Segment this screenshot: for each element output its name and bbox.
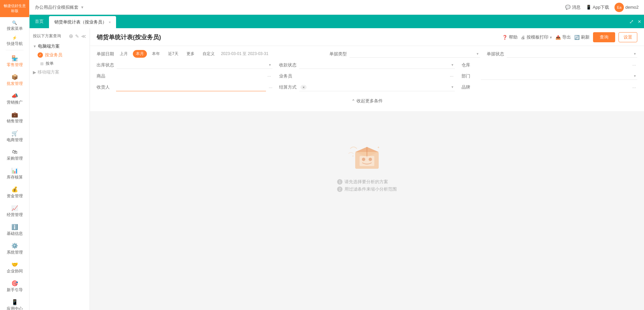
sidebar-item-purchase[interactable]: 🛍 采购管理 bbox=[0, 146, 29, 164]
sidebar-item-label-system: 系统管理 bbox=[7, 250, 23, 255]
active-node-dot: ✓ bbox=[38, 52, 43, 58]
hint-num-1: 1 bbox=[337, 179, 342, 185]
sidebar-quick-nav[interactable]: ⚡ 快捷导航 bbox=[7, 34, 23, 49]
left-panel-header: 按以下方案查询 ⊕ ✎ ≪ bbox=[30, 31, 90, 42]
salesperson-select[interactable]: ··· bbox=[299, 72, 455, 80]
date-label: 单据日期 bbox=[97, 51, 114, 57]
date-btn-custom[interactable]: 自定义 bbox=[200, 50, 218, 58]
tab-close-icon[interactable]: × bbox=[109, 20, 111, 24]
left-panel-title: 按以下方案查询 bbox=[33, 33, 61, 39]
tree-mobile-group[interactable]: ▶ 移动端方案 bbox=[30, 68, 90, 76]
salesperson-dots-icon: ··· bbox=[450, 73, 453, 79]
collapse-btn[interactable]: ⌃ 收起更多条件 bbox=[345, 96, 389, 106]
filter-dept: 部门 ▾ bbox=[462, 72, 637, 80]
settings-button[interactable]: 设置 bbox=[619, 32, 637, 42]
date-btn-last-month[interactable]: 上月 bbox=[117, 50, 131, 58]
user-name: demo2 bbox=[625, 5, 639, 10]
logo-text: 畅捷信好生意 bbox=[3, 3, 26, 8]
sidebar-item-inventory[interactable]: 📊 库存核算 bbox=[0, 164, 29, 183]
tree-active-node[interactable]: ✓ 按业务员 bbox=[30, 51, 90, 59]
dropdown-arrow-icon[interactable]: ▾ bbox=[81, 5, 84, 10]
date-btn-7days[interactable]: 近7天 bbox=[165, 50, 181, 58]
filter-date: 单据日期 上月 本月 本年 近7天 更多 自定义 2023-03-01 至 20… bbox=[97, 50, 323, 58]
filter-area: 单据日期 上月 本月 本年 近7天 更多 自定义 2023-03-01 至 20… bbox=[90, 46, 644, 112]
account-selector[interactable]: 办公用品行业模拟账套 bbox=[35, 4, 78, 10]
settlement-tag[interactable]: × bbox=[301, 85, 307, 90]
dept-select[interactable]: ▾ bbox=[481, 72, 637, 80]
inventory-icon: 📊 bbox=[11, 167, 18, 174]
sidebar-item-ecommerce[interactable]: 🛒 电商管理 bbox=[0, 127, 29, 146]
goods-select[interactable]: ··· bbox=[116, 72, 272, 80]
sidebar-item-enterprise[interactable]: 🤝 企业协同 bbox=[0, 258, 29, 277]
sidebar-item-sales[interactable]: 💼 销售管理 bbox=[0, 108, 29, 127]
filter-goods: 商品 ··· bbox=[97, 72, 272, 80]
sidebar-item-apps[interactable]: 📱 应用中心 bbox=[0, 296, 29, 310]
consignee-label: 收货人 bbox=[97, 84, 113, 90]
tree-mobile-arrow-icon: ▶ bbox=[33, 70, 36, 75]
brand-select[interactable]: ··· bbox=[481, 84, 637, 91]
sidebar-item-operations[interactable]: 📈 经营管理 bbox=[0, 202, 29, 220]
date-btn-more[interactable]: 更多 bbox=[183, 50, 198, 58]
date-btn-this-year[interactable]: 本年 bbox=[149, 50, 163, 58]
dept-label: 部门 bbox=[462, 73, 478, 79]
filter-brand: 品牌 ··· bbox=[462, 84, 637, 91]
filter-warehouse: 仓库 ··· bbox=[462, 61, 637, 69]
sidebar-item-system[interactable]: ⚙️ 系统管理 bbox=[0, 239, 29, 258]
filter-doc-type: 单据类型 ▾ bbox=[329, 50, 480, 58]
collapse-panel-icon[interactable]: ≪ bbox=[81, 34, 86, 39]
tab-home[interactable]: 首页 bbox=[30, 15, 49, 28]
sidebar-item-label-marketing: 营销推广 bbox=[7, 100, 23, 105]
edit-scheme-icon[interactable]: ✎ bbox=[75, 34, 79, 39]
query-button[interactable]: 查询 bbox=[593, 32, 615, 42]
ecommerce-icon: 🛒 bbox=[11, 130, 18, 137]
dept-arrow-icon: ▾ bbox=[634, 74, 636, 78]
active-node-label: 按业务员 bbox=[45, 52, 62, 58]
topbar-right: 💬 消息 📱 App下载 Ea demo2 bbox=[565, 3, 639, 12]
collapse-label: 收起更多条件 bbox=[357, 98, 383, 104]
sidebar-item-finance[interactable]: 💰 资金管理 bbox=[0, 183, 29, 202]
user-profile[interactable]: Ea demo2 bbox=[614, 3, 639, 12]
sidebar: 畅捷信好生意 标版 🔍 搜索菜单 ⚡ 快捷导航 🏪 零售管理 📦 批发管理 📣 … bbox=[0, 0, 30, 310]
tab-maximize-icon[interactable]: ⤢ bbox=[629, 18, 634, 25]
help-btn[interactable]: ❓ 帮助 bbox=[502, 34, 518, 40]
sidebar-item-retail[interactable]: 🏪 零售管理 bbox=[0, 52, 29, 70]
refresh-btn[interactable]: 🔄 刷新 bbox=[574, 34, 590, 40]
out-status-label: 出库状态 bbox=[97, 62, 114, 68]
warehouse-select[interactable]: ··· bbox=[481, 61, 637, 69]
date-btn-this-month[interactable]: 本月 bbox=[133, 50, 147, 58]
doc-type-select[interactable]: ▾ bbox=[350, 50, 480, 58]
tree-arrow-down-icon: ▼ bbox=[33, 44, 37, 48]
sidebar-item-basic[interactable]: ℹ️ 基础信息 bbox=[0, 220, 29, 239]
sidebar-item-newbie[interactable]: 🎯 新手引导 bbox=[0, 277, 29, 296]
consignee-input[interactable] bbox=[116, 83, 266, 91]
settlement-select[interactable]: × ▾ bbox=[299, 84, 455, 91]
main-area: 办公用品行业模拟账套 ▾ 💬 消息 📱 App下载 Ea demo2 首页 销货… bbox=[30, 0, 644, 310]
out-status-select[interactable]: ▾ bbox=[117, 61, 272, 69]
add-scheme-icon[interactable]: ⊕ bbox=[69, 33, 73, 39]
sidebar-item-wholesale[interactable]: 📦 批发管理 bbox=[0, 70, 29, 89]
empty-hints: 1 请先选择要分析的方案 2 用过滤条件来缩小分析范围 bbox=[337, 177, 397, 194]
goods-label: 商品 bbox=[97, 73, 113, 79]
app-logo[interactable]: 畅捷信好生意 标版 bbox=[0, 0, 29, 17]
tree-desktop-group[interactable]: ▼ 电脑端方案 bbox=[30, 42, 90, 51]
left-panel-actions: ⊕ ✎ ≪ bbox=[69, 33, 86, 39]
app-download-btn[interactable]: 📱 App下载 bbox=[586, 4, 609, 10]
quick-label: 快捷导航 bbox=[7, 41, 23, 47]
app-download-label: App下载 bbox=[593, 4, 609, 10]
warehouse-label: 仓库 bbox=[462, 62, 478, 68]
message-btn[interactable]: 💬 消息 bbox=[565, 4, 581, 10]
sidebar-item-marketing[interactable]: 📣 营销推广 bbox=[0, 89, 29, 108]
search-label: 搜索菜单 bbox=[7, 26, 23, 32]
tree-sub-node[interactable]: ⊞ 按单 bbox=[30, 59, 90, 68]
topbar-left: 办公用品行业模拟账套 ▾ bbox=[35, 4, 84, 10]
doc-status-select[interactable]: ▾ bbox=[507, 50, 637, 58]
filter-consignee: 收货人 ··· bbox=[97, 83, 272, 91]
tab-active[interactable]: 销货单统计表（按业务员） × bbox=[49, 16, 116, 28]
sidebar-search[interactable]: 🔍 搜索菜单 bbox=[7, 17, 23, 34]
print-btn[interactable]: 🖨 按模板打印 ▾ bbox=[521, 34, 552, 40]
basic-icon: ℹ️ bbox=[11, 224, 18, 230]
close-window-btn[interactable]: ✕ bbox=[638, 19, 641, 24]
export-btn[interactable]: 📤 导出 bbox=[555, 34, 571, 40]
search-icon: 🔍 bbox=[12, 20, 17, 25]
payment-status-select[interactable]: ▾ bbox=[299, 61, 455, 69]
